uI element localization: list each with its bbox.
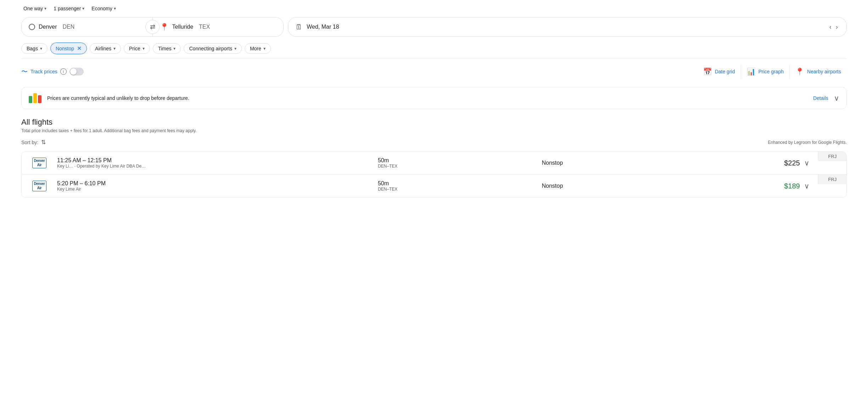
- airline-logo-img-1: DenverAir: [32, 181, 47, 191]
- flight-time-range-1: 5:20 PM – 6:10 PM: [57, 180, 371, 187]
- date-grid-icon: 📅: [703, 67, 712, 76]
- flight-price-1: $189 ∨: [784, 180, 811, 192]
- airlines-filter[interactable]: Airlines ▾: [90, 43, 121, 54]
- sort-icon[interactable]: ⇅: [41, 139, 46, 146]
- flight-airline-1: Key Lime Air: [57, 187, 371, 192]
- price-graph-button[interactable]: 📊 Price graph: [741, 64, 790, 79]
- duration-route-1: DEN–TEX: [378, 187, 535, 192]
- more-chevron: ▾: [263, 46, 266, 51]
- flights-subtitle: Total price includes taxes + fees for 1 …: [21, 128, 847, 133]
- stops-text-0: Nonstop: [542, 160, 777, 166]
- price-indicator: [29, 93, 41, 103]
- origin-icon: [29, 24, 35, 30]
- flights-list: DenverAir 11:25 AM – 12:15 PM Key Li… · …: [21, 151, 847, 198]
- origin-field[interactable]: Denver DEN: [22, 17, 152, 36]
- table-row[interactable]: DenverAir 11:25 AM – 12:15 PM Key Li… · …: [22, 152, 846, 175]
- nonstop-close-icon[interactable]: ✕: [77, 45, 82, 52]
- bar-mid: [33, 93, 37, 103]
- track-prices-toggle[interactable]: [69, 68, 84, 75]
- price-graph-icon: 📊: [747, 67, 756, 76]
- nonstop-filter[interactable]: Nonstop ✕: [50, 43, 87, 54]
- passengers-label: 1 passenger: [54, 6, 81, 11]
- flight-price-0: $225 ∨: [784, 157, 811, 169]
- details-link[interactable]: Details: [813, 95, 828, 101]
- price-amount-1: $189: [784, 182, 800, 190]
- track-prices-label: Track prices: [30, 69, 57, 74]
- airline-logo-0: DenverAir: [29, 158, 50, 168]
- price-graph-label: Price graph: [758, 69, 784, 74]
- dest-label: Telluride: [172, 24, 194, 30]
- date-grid-label: Date grid: [715, 69, 735, 74]
- times-filter[interactable]: Times ▾: [153, 43, 181, 54]
- prev-date-button[interactable]: ‹: [828, 22, 833, 32]
- price-amount-0: $225: [784, 159, 800, 167]
- destination-field[interactable]: 📍 Telluride TEX: [152, 17, 284, 36]
- filter-row: Bags ▾ Nonstop ✕ Airlines ▾ Price ▾ Time…: [0, 41, 868, 58]
- date-picker[interactable]: 🗓 Wed, Mar 18 ‹ ›: [288, 17, 847, 37]
- duration-text-0: 50m: [378, 157, 535, 164]
- next-date-button[interactable]: ›: [834, 22, 839, 32]
- price-filter[interactable]: Price ▾: [124, 43, 150, 54]
- price-label: Price: [129, 46, 140, 51]
- search-box: Denver DEN ⇄ 📍 Telluride TEX: [21, 17, 284, 37]
- connecting-chevron: ▾: [234, 46, 237, 51]
- date-label: Wed, Mar 18: [307, 24, 339, 30]
- bar-high: [38, 95, 41, 103]
- connecting-label: Connecting airports: [189, 46, 232, 51]
- flight-expand-button-0[interactable]: ∨: [803, 157, 811, 169]
- date-nav: ‹ ›: [828, 22, 839, 32]
- top-bar: One way ▾ 1 passenger ▾ Economy ▾: [0, 0, 868, 16]
- frj-badge-0: FRJ: [818, 152, 846, 161]
- times-chevron: ▾: [173, 46, 176, 51]
- more-filter[interactable]: More ▾: [245, 43, 271, 54]
- nearby-airports-icon: 📍: [795, 67, 804, 76]
- duration-text-1: 50m: [378, 180, 535, 187]
- cabin-dropdown[interactable]: Economy ▾: [89, 4, 118, 13]
- nonstop-label: Nonstop: [56, 46, 74, 51]
- flight-times-0: 11:25 AM – 12:15 PM Key Li… · Operated b…: [57, 157, 371, 169]
- track-prices-icon: 〜: [21, 67, 28, 76]
- search-row: Denver DEN ⇄ 📍 Telluride TEX 🗓 Wed, Mar …: [0, 16, 868, 41]
- bags-chevron: ▾: [40, 46, 42, 51]
- calendar-icon: 🗓: [295, 23, 302, 31]
- all-flights-title: All flights: [21, 118, 847, 127]
- track-prices-info-icon[interactable]: i: [60, 68, 67, 75]
- price-banner: Prices are currently typical and unlikel…: [21, 87, 847, 109]
- airline-logo-1: DenverAir: [29, 181, 50, 191]
- times-label: Times: [158, 46, 172, 51]
- flight-duration-0: 50m DEN–TEX: [378, 157, 535, 169]
- table-row[interactable]: DenverAir 5:20 PM – 6:10 PM Key Lime Air…: [22, 175, 846, 197]
- cabin-chevron: ▾: [114, 6, 116, 11]
- date-grid-button[interactable]: 📅 Date grid: [697, 64, 741, 79]
- trip-type-dropdown[interactable]: One way ▾: [21, 4, 49, 13]
- tools-row: 〜 Track prices i 📅 Date grid 📊 Price gra…: [0, 59, 868, 84]
- duration-route-0: DEN–TEX: [378, 164, 535, 169]
- swap-icon: ⇄: [150, 23, 155, 31]
- passengers-chevron: ▾: [82, 6, 84, 11]
- origin-code: DEN: [63, 24, 75, 30]
- price-banner-message: Prices are currently typical and unlikel…: [47, 95, 807, 101]
- price-banner-expand-icon[interactable]: ∨: [834, 94, 839, 102]
- flight-airline-0: Key Li… · Operated by Key Lime Air DBA D…: [57, 164, 371, 169]
- flight-stops-1: Nonstop: [542, 183, 777, 189]
- bar-low: [29, 96, 32, 103]
- cabin-label: Economy: [91, 6, 112, 11]
- passengers-dropdown[interactable]: 1 passenger ▾: [51, 4, 87, 13]
- more-label: More: [250, 46, 261, 51]
- price-chevron: ▾: [143, 46, 145, 51]
- bags-label: Bags: [27, 46, 38, 51]
- bags-filter[interactable]: Bags ▾: [21, 43, 48, 54]
- origin-label: Denver: [39, 24, 57, 30]
- sort-row: Sort by: ⇅ Enhanced by Legroom for Googl…: [21, 139, 847, 146]
- trip-type-chevron: ▾: [44, 6, 46, 11]
- airlines-label: Airlines: [95, 46, 111, 51]
- flight-stops-0: Nonstop: [542, 160, 777, 166]
- nearby-airports-button[interactable]: 📍 Nearby airports: [790, 64, 847, 79]
- pin-icon: 📍: [160, 23, 169, 31]
- flight-expand-button-1[interactable]: ∨: [803, 180, 811, 192]
- swap-button[interactable]: ⇄: [145, 20, 160, 34]
- stops-text-1: Nonstop: [542, 183, 777, 189]
- dest-code: TEX: [199, 24, 210, 30]
- connecting-airports-filter[interactable]: Connecting airports ▾: [184, 43, 241, 54]
- track-prices-section[interactable]: 〜 Track prices i: [21, 67, 84, 76]
